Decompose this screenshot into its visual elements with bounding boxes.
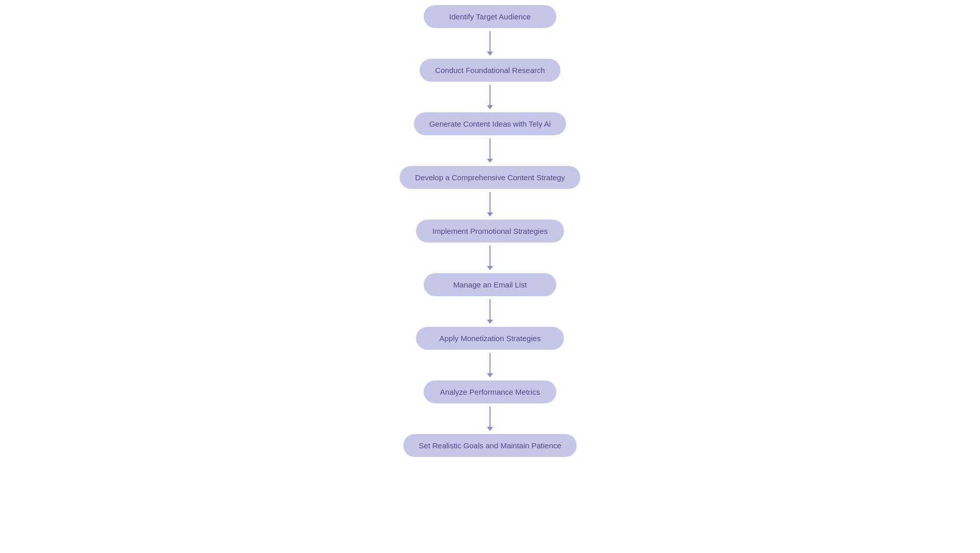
node-generate-content-ideas: Generate Content Ideas with Tely Ai [414, 112, 566, 135]
arrow-7 [487, 350, 493, 380]
node-conduct-foundational-research: Conduct Foundational Research [420, 59, 560, 82]
arrow-line-4 [489, 192, 491, 212]
arrow-head-7 [487, 373, 493, 377]
arrow-head-3 [487, 159, 493, 163]
node-analyze-performance-metrics: Analyze Performance Metrics [424, 380, 556, 403]
node-manage-email-list: Manage an Email List [424, 273, 556, 296]
arrow-line-3 [489, 138, 491, 159]
arrow-head-6 [487, 320, 493, 324]
arrow-line-2 [489, 85, 491, 105]
arrow-line-7 [489, 353, 491, 373]
arrow-head-4 [487, 212, 493, 217]
arrow-8 [487, 403, 493, 434]
node-apply-monetization-strategies: Apply Monetization Strategies [416, 327, 564, 350]
node-identify-target-audience: Identify Target Audience [424, 5, 556, 28]
arrow-2 [487, 82, 493, 112]
arrow-line-5 [489, 246, 491, 266]
arrow-head-8 [487, 427, 493, 431]
arrow-6 [487, 296, 493, 327]
flowchart: Identify Target Audience Conduct Foundat… [0, 0, 980, 457]
node-develop-content-strategy: Develop a Comprehensive Content Strategy [400, 166, 580, 189]
arrow-head-5 [487, 266, 493, 270]
arrow-5 [487, 243, 493, 273]
arrow-line-6 [489, 299, 491, 320]
arrow-head-1 [487, 52, 493, 56]
node-implement-promotional-strategies: Implement Promotional Strategies [416, 220, 564, 243]
arrow-3 [487, 135, 493, 166]
arrow-line-1 [489, 31, 491, 52]
arrow-line-8 [489, 406, 491, 427]
arrow-head-2 [487, 105, 493, 109]
node-set-realistic-goals: Set Realistic Goals and Maintain Patienc… [403, 434, 576, 457]
arrow-1 [487, 28, 493, 59]
arrow-4 [487, 189, 493, 220]
